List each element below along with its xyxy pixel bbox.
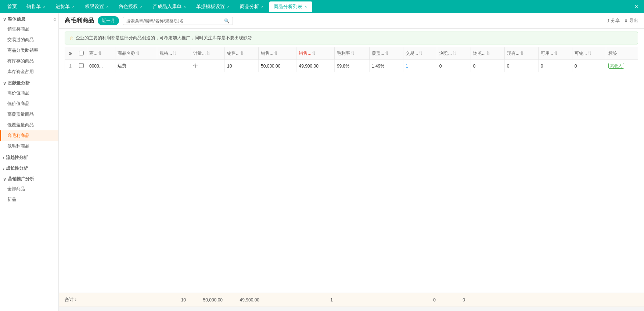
select-all-checkbox[interactable] — [79, 51, 84, 55]
page-title: 高毛利商品 — [65, 17, 94, 25]
col-sales-cost[interactable]: 销售...⇅ — [296, 47, 334, 60]
sort-browse2-icon: ⇅ — [486, 51, 490, 56]
row-sales-qty: 10 — [225, 60, 259, 72]
col-checkbox[interactable] — [76, 47, 87, 60]
sidebar-item-stock-capital[interactable]: 库存资金占用 — [0, 66, 58, 77]
footer-label: 合计： — [65, 297, 78, 303]
row-tag: 高收入 — [606, 60, 638, 72]
sidebar-group-marketing[interactable]: ∨ 营销推广分析 — [0, 173, 58, 184]
close-permissions-tab[interactable]: × — [105, 4, 109, 9]
top-nav: 首页 销售单 × 进货单 × 权限设置 × 角色授权 × 产成品入库单 × 单据… — [0, 0, 644, 13]
content-area: 高毛利商品 近一月 🔍 ⤴ 分享 ⬇ 导出 ☆ 企业的主要的利润都是这部分商品创… — [59, 13, 644, 311]
chevron-right-icon: › — [3, 155, 4, 160]
row-checkbox[interactable] — [79, 63, 84, 68]
sidebar-item-low-coverage[interactable]: 低覆盖量商品 — [0, 120, 58, 130]
sidebar-item-new-goods[interactable]: 新品 — [0, 194, 58, 205]
col-sales-qty[interactable]: 销售...⇅ — [225, 47, 259, 60]
col-name[interactable]: 商品名称⇅ — [115, 47, 157, 60]
col-browse2[interactable]: 浏览...⇅ — [471, 47, 504, 60]
sort-spec-icon: ⇅ — [173, 51, 176, 56]
close-production-tab[interactable]: × — [183, 4, 187, 9]
nav-tab-production[interactable]: 产成品入库单 × — [148, 1, 191, 12]
row-browse2: 0 — [471, 60, 504, 72]
row-sales-cost: 49,900.00 — [296, 60, 334, 72]
col-coverage[interactable]: 覆盖...⇅ — [369, 47, 403, 60]
sort-browse1-icon: ⇅ — [453, 51, 456, 56]
nav-tab-product-analysis[interactable]: 商品分析 × — [235, 1, 269, 12]
chevron-down-icon: ∨ — [3, 17, 6, 22]
col-spec[interactable]: 规格...⇅ — [157, 47, 191, 60]
sidebar-item-in-stock-goods[interactable]: 有库存的商品 — [0, 56, 58, 66]
row-unit: 个 — [191, 60, 225, 72]
col-sellable-stock[interactable]: 可销...⇅ — [572, 47, 606, 60]
col-current-stock[interactable]: 现有...⇅ — [504, 47, 538, 60]
sidebar-group-trend[interactable]: › 流趋性分析 — [0, 152, 58, 162]
footer-available-stock: 0 — [409, 297, 438, 303]
close-sales-tab[interactable]: × — [42, 4, 46, 9]
row-available-stock: 0 — [538, 60, 572, 72]
row-spec — [157, 60, 191, 72]
col-sales-amount[interactable]: 销售...⇅ — [259, 47, 296, 60]
table-header-row: ⚙ 商...⇅ 商品名称⇅ 规格...⇅ 计量...⇅ 销售...⇅ 销售...… — [65, 47, 638, 60]
info-banner: ☆ 企业的主要的利润都是这部分商品创造的，可考虑加大推广，同时关注库存是不要出现… — [65, 32, 638, 44]
col-transaction[interactable]: 交易...⇅ — [403, 47, 437, 60]
col-code[interactable]: 商...⇅ — [87, 47, 115, 60]
col-settings[interactable]: ⚙ — [65, 47, 76, 60]
close-product-analysis-tab[interactable]: × — [260, 4, 264, 9]
sort-sellable-stock-icon: ⇅ — [588, 51, 591, 56]
sidebar-item-sales-goods[interactable]: 销售类商品 — [0, 24, 58, 35]
chevron-down-icon-3: ∨ — [3, 177, 6, 182]
col-available-stock[interactable]: 可用...⇅ — [538, 47, 572, 60]
nav-tab-sales[interactable]: 销售单 × — [22, 1, 50, 12]
sort-available-stock-icon: ⇅ — [554, 51, 558, 56]
sidebar-item-low-margin[interactable]: 低毛利商品 — [0, 141, 58, 152]
nav-tab-roles[interactable]: 角色授权 × — [114, 1, 147, 12]
header-actions: ⤴ 分享 ⬇ 导出 — [607, 18, 638, 24]
share-button[interactable]: ⤴ 分享 — [607, 18, 620, 24]
sort-sales-cost-icon: ⇅ — [312, 51, 316, 56]
sidebar-item-high-margin[interactable]: 高毛利商品 — [0, 130, 58, 141]
nav-tab-home[interactable]: 首页 — [3, 1, 21, 12]
share-icon: ⤴ — [607, 18, 609, 23]
sidebar-item-low-value[interactable]: 低价值商品 — [0, 98, 58, 109]
sidebar: « ∨ 整体信息 销售类商品 交易过的商品 商品分类助销率 有库存的商品 库存资… — [0, 13, 59, 311]
nav-tab-analysis-list[interactable]: 商品分析列表 × — [269, 1, 312, 12]
close-roles-tab[interactable]: × — [139, 4, 143, 9]
chevron-right-icon-2: › — [3, 166, 4, 171]
sidebar-group-growth[interactable]: › 成长性分析 — [0, 162, 58, 173]
sort-current-stock-icon: ⇅ — [520, 51, 524, 56]
sidebar-item-all-goods[interactable]: 全部商品 — [0, 184, 58, 194]
row-checkbox-cell[interactable] — [76, 60, 87, 72]
sort-coverage-icon: ⇅ — [385, 51, 389, 56]
sidebar-collapse-button[interactable]: « — [53, 16, 56, 22]
search-icon: 🔍 — [224, 18, 230, 23]
filter-recent-month-button[interactable]: 近一月 — [98, 16, 119, 25]
col-unit[interactable]: 计量...⇅ — [191, 47, 225, 60]
sidebar-item-high-value[interactable]: 高价值商品 — [0, 88, 58, 98]
search-input[interactable] — [126, 18, 223, 23]
footer-sales-cost: 49,900.00 — [225, 297, 262, 303]
sidebar-item-category-rate[interactable]: 商品分类助销率 — [0, 45, 58, 56]
nav-tab-permissions[interactable]: 权限设置 × — [80, 1, 114, 12]
close-template-tab[interactable]: × — [226, 4, 230, 9]
nav-tab-purchase[interactable]: 进货单 × — [51, 1, 79, 12]
sidebar-item-traded-goods[interactable]: 交易过的商品 — [0, 35, 58, 45]
close-window-button[interactable]: × — [632, 3, 641, 10]
sort-sales-amount-icon: ⇅ — [274, 51, 278, 56]
export-button[interactable]: ⬇ 导出 — [624, 18, 638, 24]
close-analysis-list-tab[interactable]: × — [304, 4, 307, 9]
row-browse1: 0 — [437, 60, 471, 72]
col-browse1[interactable]: 浏览...⇅ — [437, 47, 471, 60]
sidebar-group-contribution[interactable]: ∨ 贡献量分析 — [0, 77, 58, 88]
col-tag[interactable]: 标签 — [606, 47, 638, 60]
bottom-scrollbar[interactable] — [59, 307, 644, 311]
footer-sellable-stock: 0 — [438, 297, 467, 303]
sidebar-group-overall[interactable]: ∨ 整体信息 — [0, 13, 58, 24]
row-current-stock: 0 — [504, 60, 538, 72]
col-gross-margin[interactable]: 毛利率⇅ — [334, 47, 369, 60]
sidebar-item-high-coverage[interactable]: 高覆盖量商品 — [0, 109, 58, 120]
row-transaction[interactable]: 1 — [403, 60, 437, 72]
close-purchase-tab[interactable]: × — [71, 4, 75, 9]
chevron-down-icon-2: ∨ — [3, 81, 6, 86]
nav-tab-template[interactable]: 单据模板设置 × — [192, 1, 234, 12]
